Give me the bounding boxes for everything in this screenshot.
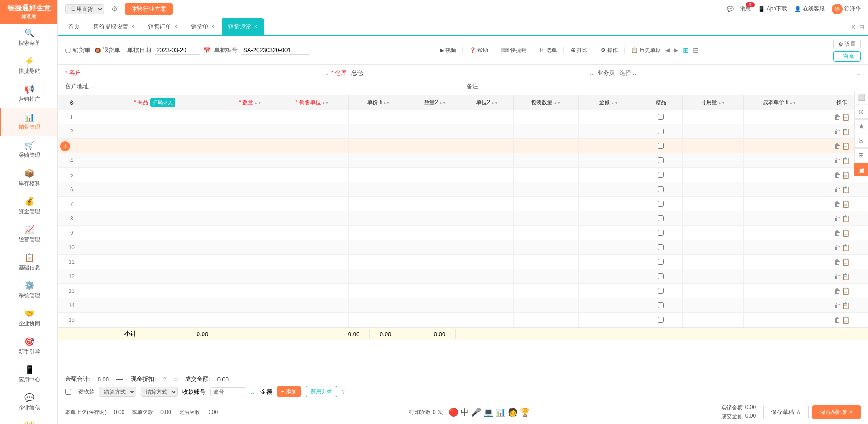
row-pkg-11[interactable] xyxy=(513,255,578,269)
row-action-6[interactable]: 🗑 📋 xyxy=(816,182,868,197)
row-pkg-9[interactable] xyxy=(513,226,578,240)
warehouse-input[interactable] xyxy=(349,68,587,77)
row-qty-14[interactable] xyxy=(224,298,276,313)
gift-checkbox-10[interactable] xyxy=(658,244,664,250)
delete-icon-10[interactable]: 🗑 xyxy=(834,244,840,251)
salesperson-more[interactable]: ... xyxy=(856,70,861,76)
row-price-3[interactable] xyxy=(348,139,409,153)
row-unit-5[interactable] xyxy=(276,168,348,182)
row-goods-7[interactable] xyxy=(85,197,224,211)
row-qty-1[interactable] xyxy=(224,110,276,124)
sidebar-item-operation[interactable]: 📈 经营管理 xyxy=(0,220,57,248)
rp-icon-3[interactable]: ★ xyxy=(854,119,868,133)
row-qty-11[interactable] xyxy=(224,255,276,269)
row-unit-10[interactable] xyxy=(276,240,348,255)
row-unit-11[interactable] xyxy=(276,255,348,269)
row-pkg-15[interactable] xyxy=(513,313,578,327)
row-qty-2[interactable] xyxy=(224,124,276,139)
row-cost-15[interactable] xyxy=(743,313,816,327)
sidebar-item-sales[interactable]: 📊 销售管理 xyxy=(0,108,57,136)
row-price-12[interactable] xyxy=(348,269,409,284)
row-price-5[interactable] xyxy=(348,168,409,182)
industry-dropdown[interactable]: 日用百货 xyxy=(65,4,104,14)
tab-sale-setting-close[interactable]: × xyxy=(131,24,134,30)
sidebar-item-guide[interactable]: 🎯 新手引导 xyxy=(0,332,57,360)
detail-view-icon[interactable]: ⊟ xyxy=(693,46,699,55)
fee-help-icon[interactable]: ? xyxy=(342,388,345,395)
row-amount-6[interactable] xyxy=(578,182,639,197)
tab-sale-goods[interactable]: 销货单 × xyxy=(184,18,221,36)
row-unit-4[interactable] xyxy=(276,153,348,168)
row-goods-4[interactable] xyxy=(85,153,224,168)
gift-checkbox-4[interactable] xyxy=(658,157,664,163)
select-action[interactable]: ☑ 选单 xyxy=(540,47,557,54)
row-amount-2[interactable] xyxy=(578,124,639,139)
help-action[interactable]: ❓ 帮助 xyxy=(469,47,488,54)
row-unit-15[interactable] xyxy=(276,313,348,327)
row-unit2-14[interactable] xyxy=(461,298,513,313)
row-qty2-12[interactable] xyxy=(409,269,461,284)
delete-icon-15[interactable]: 🗑 xyxy=(834,316,840,324)
row-avail-4[interactable] xyxy=(683,153,744,168)
row-gift-12[interactable] xyxy=(639,269,683,284)
row-avail-8[interactable] xyxy=(683,211,744,226)
row-gift-3[interactable] xyxy=(639,139,683,153)
row-price-6[interactable] xyxy=(348,182,409,197)
row-qty2-14[interactable] xyxy=(409,298,461,313)
settlement-select[interactable]: 结算方式 xyxy=(99,387,136,397)
sidebar-item-member[interactable]: 👑 畅会员 xyxy=(0,416,57,424)
radio-sale-return[interactable]: 退货单 xyxy=(95,46,120,54)
row-gift-11[interactable] xyxy=(639,255,683,269)
row-unit2-1[interactable] xyxy=(461,110,513,124)
row-amount-4[interactable] xyxy=(578,153,639,168)
row-unit-7[interactable] xyxy=(276,197,348,211)
row-avail-10[interactable] xyxy=(683,240,744,255)
row-amount-11[interactable] xyxy=(578,255,639,269)
discount-help-icon[interactable]: ? xyxy=(163,376,166,383)
row-cost-9[interactable] xyxy=(743,226,816,240)
radio-sale-goods[interactable]: 销货单 xyxy=(65,46,90,54)
delete-icon-3[interactable]: 🗑 xyxy=(834,143,840,150)
row-price-11[interactable] xyxy=(348,255,409,269)
gift-checkbox-3[interactable] xyxy=(658,143,664,149)
gift-checkbox-8[interactable] xyxy=(658,215,664,221)
account-select[interactable]: 结算方式 xyxy=(141,387,178,397)
row-amount-3[interactable] xyxy=(578,139,639,153)
row-unit2-5[interactable] xyxy=(461,168,513,182)
list-view-icon[interactable]: ⊞ xyxy=(683,46,689,55)
row-avail-14[interactable] xyxy=(683,298,744,313)
row-action-8[interactable]: 🗑 📋 xyxy=(816,211,868,226)
sidebar-item-purchase[interactable]: 🛒 采购管理 xyxy=(0,136,57,164)
delete-icon-1[interactable]: 🗑 xyxy=(834,114,840,121)
rp-icon-6[interactable]: ▣ xyxy=(854,163,868,176)
remark-input[interactable] xyxy=(481,82,861,91)
row-qty2-6[interactable] xyxy=(409,182,461,197)
row-unit2-11[interactable] xyxy=(461,255,513,269)
add-row-button[interactable]: + xyxy=(60,141,70,151)
address-more[interactable]: ... xyxy=(91,83,96,90)
row-amount-5[interactable] xyxy=(578,168,639,182)
gift-checkbox-5[interactable] xyxy=(658,172,664,178)
row-cost-4[interactable] xyxy=(743,153,816,168)
save-new-button[interactable]: 保存&新增 ∧ xyxy=(812,405,861,419)
save-draft-button[interactable]: 保存草稿 ∧ xyxy=(763,405,809,419)
row-goods-11[interactable] xyxy=(85,255,224,269)
row-price-7[interactable] xyxy=(348,197,409,211)
row-pkg-4[interactable] xyxy=(513,153,578,168)
rp-icon-1[interactable]: ⬜ xyxy=(854,91,868,104)
row-cost-2[interactable] xyxy=(743,124,816,139)
salesperson-input[interactable] xyxy=(618,68,854,77)
row-cost-13[interactable] xyxy=(743,284,816,298)
download-button[interactable]: 📱 App下载 xyxy=(758,5,787,13)
copy-icon-8[interactable]: 📋 xyxy=(842,215,849,222)
row-unit2-15[interactable] xyxy=(461,313,513,327)
row-qty-4[interactable] xyxy=(224,153,276,168)
one-click-checkbox-input[interactable] xyxy=(65,389,71,395)
row-qty2-9[interactable] xyxy=(409,226,461,240)
amount-more[interactable]: ... xyxy=(251,388,256,395)
row-goods-6[interactable] xyxy=(85,182,224,197)
row-avail-5[interactable] xyxy=(683,168,744,182)
message-button[interactable]: 💬 70 消息 xyxy=(727,5,751,13)
row-avail-6[interactable] xyxy=(683,182,744,197)
row-unit2-9[interactable] xyxy=(461,226,513,240)
